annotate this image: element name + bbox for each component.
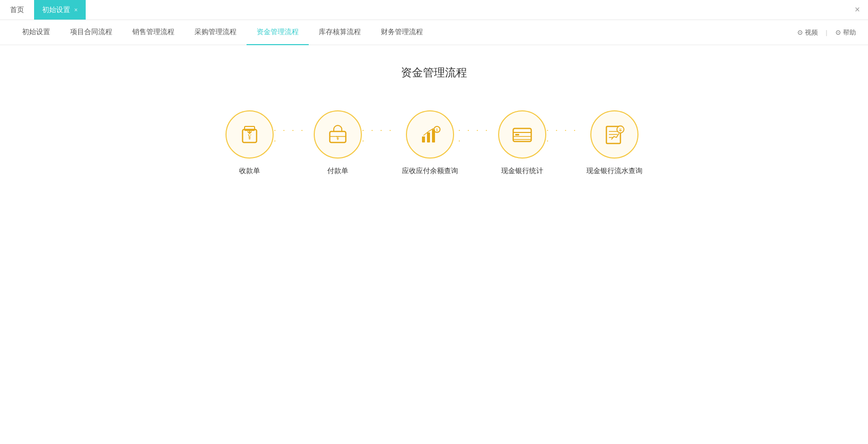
receipt-icon: ¥ — [238, 122, 262, 146]
cash-stats-icon — [510, 122, 534, 146]
flow-label-payment: 付款单 — [327, 167, 348, 176]
flow-arrow-2: · · · · · — [362, 125, 402, 161]
flow-label-cash-flow: 现金银行流水查询 — [586, 167, 642, 176]
tab-close-button[interactable]: × — [74, 7, 78, 14]
flow-icon-cash-flow: ¥ — [590, 110, 638, 159]
flow-item-cash-flow[interactable]: ¥ 现金银行流水查询 — [586, 110, 642, 176]
flow-arrow-1: · · · · · — [274, 125, 314, 161]
nav-item-capital[interactable]: 资金管理流程 — [247, 21, 309, 45]
flow-arrow-4: · · · · · — [546, 125, 586, 161]
flow-label-balance: 应收应付余额查询 — [402, 167, 458, 176]
nav-item-project[interactable]: 项目合同流程 — [60, 21, 122, 45]
flow-icon-payment: ¥ — [314, 110, 362, 159]
svg-text:¥: ¥ — [248, 133, 252, 141]
flow-icon-receipt: ¥ — [226, 110, 274, 159]
payment-icon: ¥ — [326, 122, 350, 146]
home-link[interactable]: 首页 — [0, 0, 34, 20]
video-link[interactable]: ⊙ 视频 — [797, 28, 818, 37]
nav-bar: 初始设置 项目合同流程 销售管理流程 采购管理流程 资金管理流程 库存核算流程 … — [0, 20, 868, 45]
top-bar-right: × — [854, 5, 868, 15]
video-label: 视频 — [805, 28, 818, 37]
nav-item-purchase[interactable]: 采购管理流程 — [184, 21, 247, 45]
svg-rect-16 — [515, 134, 519, 135]
play-icon: ⊙ — [797, 29, 803, 36]
flow-arrow-3: · · · · · — [458, 125, 498, 161]
page-title: 资金管理流程 — [401, 65, 467, 80]
flow-item-cash-stats[interactable]: 现金银行统计 — [498, 110, 546, 176]
help-label: 帮助 — [843, 28, 856, 37]
svg-rect-7 — [422, 136, 425, 142]
svg-rect-8 — [427, 132, 430, 142]
main-content: 资金管理流程 ¥ 收款单 · · · · · — [0, 45, 868, 444]
svg-text:¥: ¥ — [436, 128, 438, 132]
flow-icon-balance: ¥ — [406, 110, 454, 159]
window-close-icon[interactable]: × — [854, 5, 860, 15]
top-bar: 首页 初始设置 × × — [0, 0, 868, 20]
divider: | — [826, 29, 827, 36]
flow-item-balance[interactable]: ¥ 应收应付余额查询 — [402, 110, 458, 176]
flow-icon-cash-stats — [498, 110, 546, 159]
nav-item-sales[interactable]: 销售管理流程 — [122, 21, 184, 45]
flow-item-receipt[interactable]: ¥ 收款单 — [226, 110, 274, 176]
svg-text:¥: ¥ — [336, 134, 340, 141]
help-link[interactable]: ⊙ 帮助 — [835, 28, 856, 37]
flow-label-receipt: 收款单 — [239, 167, 260, 176]
nav-item-inventory[interactable]: 库存核算流程 — [309, 21, 371, 45]
help-icon: ⊙ — [835, 29, 841, 36]
balance-icon: ¥ — [418, 122, 442, 146]
nav-right: ⊙ 视频 | ⊙ 帮助 — [797, 28, 856, 37]
flow-container: ¥ 收款单 · · · · · ¥ — [226, 110, 642, 176]
cash-flow-icon: ¥ — [602, 122, 626, 146]
tab-label: 初始设置 — [42, 6, 70, 15]
flow-item-payment[interactable]: ¥ 付款单 — [314, 110, 362, 176]
nav-item-initial[interactable]: 初始设置 — [12, 21, 60, 45]
flow-label-cash-stats: 现金银行统计 — [501, 167, 543, 176]
nav-item-finance[interactable]: 财务管理流程 — [371, 21, 433, 45]
active-tab[interactable]: 初始设置 × — [34, 0, 86, 20]
